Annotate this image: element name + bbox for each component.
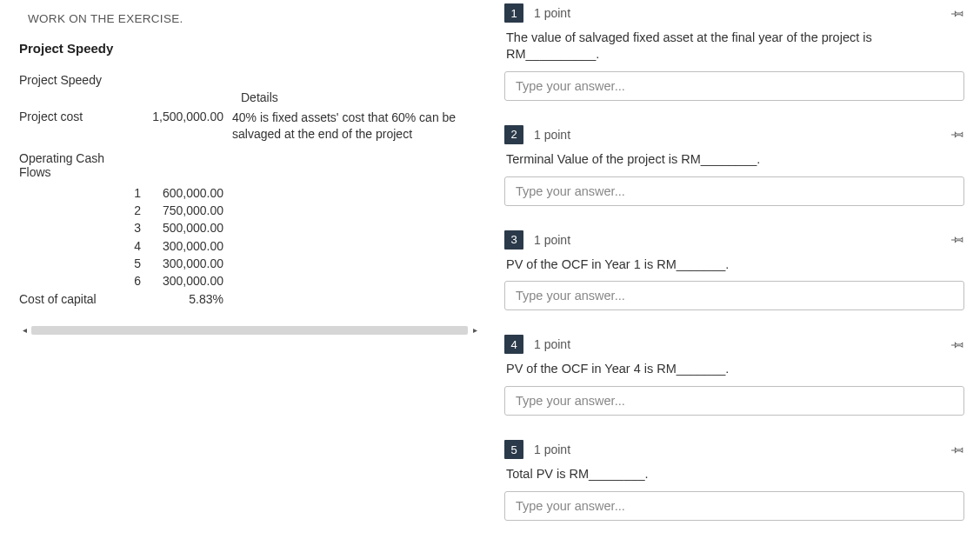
question-number: 3 (504, 230, 523, 250)
pin-icon[interactable] (951, 233, 964, 246)
project-cost-label: Project cost (19, 110, 123, 123)
question-prompt: Terminal Value of the project is RM_____… (506, 151, 964, 168)
cost-of-capital-label: Cost of capital (19, 292, 123, 306)
ocf-year: 2 (123, 202, 141, 219)
project-title: Project Speedy (19, 41, 480, 56)
pin-icon[interactable] (951, 128, 964, 141)
question-prompt: PV of the OCF in Year 1 is RM_______. (506, 256, 964, 273)
cost-of-capital-value: 5.83% (123, 292, 232, 306)
ocf-row: 5 300,000.00 (123, 255, 480, 272)
pin-icon[interactable] (951, 443, 964, 456)
project-cost-detail: 40% is fixed assets' cost that 60% can b… (232, 110, 480, 143)
question-points: 1 point (534, 337, 570, 351)
answer-input[interactable] (504, 491, 964, 521)
ocf-value: 300,000.00 (141, 272, 232, 289)
question-prompt: The value of salvaged fixed asset at the… (506, 30, 964, 63)
details-header: Details (241, 90, 480, 104)
scroll-track[interactable] (31, 326, 468, 335)
ocf-row: 2 750,000.00 (123, 202, 480, 219)
scroll-right-icon[interactable]: ▸ (470, 325, 480, 335)
ocf-value: 500,000.00 (141, 219, 232, 236)
ocf-year: 3 (123, 219, 141, 236)
pin-icon[interactable] (951, 338, 964, 351)
ocf-year: 4 (123, 237, 141, 255)
question-block: 2 1 point Terminal Value of the project … (504, 125, 964, 206)
question-number: 2 (504, 125, 523, 144)
question-points: 1 point (534, 128, 570, 142)
question-number: 5 (504, 440, 523, 459)
exercise-instruction: WORK ON THE EXERCISE. (28, 12, 480, 25)
project-subtitle: Project Speedy (19, 73, 123, 87)
question-block: 1 1 point The value of salvaged fixed as… (504, 3, 964, 101)
ocf-year: 1 (123, 184, 141, 202)
ocf-label: Operating Cash Flows (19, 151, 123, 179)
horizontal-scrollbar[interactable]: ◂ ▸ (19, 323, 480, 337)
answer-input[interactable] (504, 71, 964, 101)
pin-icon[interactable] (951, 7, 964, 20)
question-points: 1 point (534, 6, 570, 20)
answer-input[interactable] (504, 281, 964, 310)
ocf-value: 750,000.00 (141, 202, 232, 219)
answer-input[interactable] (504, 176, 964, 206)
question-block: 4 1 point PV of the OCF in Year 4 is RM_… (504, 335, 964, 416)
question-prompt: PV of the OCF in Year 4 is RM_______. (506, 361, 964, 377)
ocf-row: 6 300,000.00 (123, 272, 480, 289)
project-cost-value: 1,500,000.00 (123, 110, 232, 123)
question-block: 3 1 point PV of the OCF in Year 1 is RM_… (504, 230, 964, 311)
question-points: 1 point (534, 233, 570, 247)
questions-panel: 1 1 point The value of salvaged fixed as… (487, 0, 980, 539)
answer-input[interactable] (504, 386, 964, 416)
ocf-year: 5 (123, 255, 141, 272)
question-prompt: Total PV is RM________. (506, 466, 964, 482)
question-points: 1 point (534, 443, 570, 456)
ocf-year: 6 (123, 272, 141, 289)
ocf-value: 600,000.00 (141, 184, 232, 202)
ocf-list: 1 600,000.00 2 750,000.00 3 500,000.00 4… (123, 184, 480, 290)
ocf-value: 300,000.00 (141, 255, 232, 272)
scroll-left-icon[interactable]: ◂ (19, 325, 30, 335)
question-number: 1 (504, 3, 523, 23)
question-block: 5 1 point Total PV is RM________. (504, 440, 964, 521)
ocf-row: 4 300,000.00 (123, 237, 480, 255)
exercise-panel: WORK ON THE EXERCISE. Project Speedy Pro… (0, 0, 487, 539)
ocf-value: 300,000.00 (141, 237, 232, 255)
question-number: 4 (504, 335, 523, 354)
ocf-row: 3 500,000.00 (123, 219, 480, 236)
ocf-row: 1 600,000.00 (123, 184, 480, 202)
